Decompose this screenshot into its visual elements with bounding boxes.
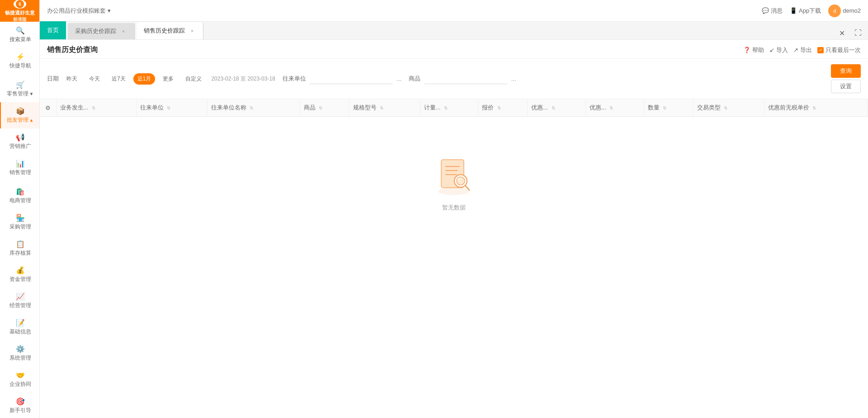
empty-text: 暂无数据 bbox=[442, 204, 466, 212]
date-btn-custom[interactable]: 自定义 bbox=[181, 73, 206, 85]
sidebar-item-label-finance: 资金管理 bbox=[9, 276, 31, 283]
close-window-btn[interactable]: ✕ bbox=[835, 27, 848, 39]
tab-home[interactable]: 首页 bbox=[40, 21, 66, 39]
date-btn-last7[interactable]: 近7天 bbox=[108, 73, 130, 85]
account-dropdown[interactable]: 办公用品行业模拟账套 ▾ bbox=[47, 7, 111, 15]
app-download-btn[interactable]: 📱 App下载 bbox=[790, 7, 821, 15]
th-qty[interactable]: 数量 ⇅ bbox=[644, 99, 693, 117]
system-icon: ⚙️ bbox=[16, 345, 25, 353]
date-label: 日期 bbox=[47, 75, 59, 83]
sales-icon: 📊 bbox=[16, 159, 25, 168]
user-profile[interactable]: d demo2 bbox=[828, 5, 861, 17]
sidebar-item-label-system: 系统管理 bbox=[9, 354, 31, 362]
message-icon: 💬 bbox=[762, 7, 769, 14]
sidebar-item-marketing[interactable]: 📢 营销推广 bbox=[0, 128, 39, 155]
sidebar-item-quick-nav[interactable]: ⚡ 快捷导航 bbox=[0, 48, 39, 74]
th-quoted-price-label: 报价 bbox=[482, 104, 494, 111]
partner-input[interactable] bbox=[310, 73, 393, 84]
wholesale-icon: 📦 bbox=[16, 107, 25, 115]
sidebar-item-label-ecom: 电商管理 bbox=[9, 197, 31, 204]
th-discount1[interactable]: 优惠... ⇅ bbox=[528, 99, 586, 117]
th-gear[interactable]: ⚙ bbox=[40, 99, 56, 117]
sidebar-item-basic[interactable]: 📝 基础信息 bbox=[0, 314, 39, 340]
sidebar-item-wholesale[interactable]: 📦 批发管理 ▲ bbox=[0, 102, 39, 128]
sidebar-item-search[interactable]: 🔍 搜索菜单 bbox=[0, 22, 39, 48]
quick-nav-icon: ⚡ bbox=[16, 52, 25, 61]
close-window-icon: ✕ bbox=[839, 29, 845, 38]
th-biz-date[interactable]: 业务发生... ⇅ bbox=[56, 99, 136, 117]
app-version: 标准版 bbox=[13, 16, 27, 22]
th-trade-type-label: 交易类型 bbox=[697, 104, 721, 111]
th-pre-tax-price[interactable]: 优惠前无税单价 ⇅ bbox=[764, 99, 868, 117]
th-spec-label: 规格型号 bbox=[353, 104, 377, 111]
tab-purchase-history[interactable]: 采购历史价跟踪 × bbox=[68, 23, 135, 39]
only-last-checkbox-wrapper[interactable]: ✓ 只看最后一次 bbox=[817, 46, 861, 54]
th-spec[interactable]: 规格型号 ⇅ bbox=[349, 99, 420, 117]
help-icon: ❓ bbox=[743, 47, 750, 53]
date-range-display: 2023-02-18 至 2023-03-18 bbox=[211, 75, 275, 83]
sidebar-item-label-search: 搜索菜单 bbox=[9, 36, 31, 43]
date-btn-today[interactable]: 今天 bbox=[85, 73, 104, 85]
maximize-icon: ⛶ bbox=[854, 29, 862, 37]
sidebar-item-label-enterprise: 企业协同 bbox=[9, 380, 31, 388]
date-btn-more[interactable]: 更多 bbox=[159, 73, 178, 85]
sidebar-item-finance[interactable]: 💰 资金管理 bbox=[0, 261, 39, 288]
date-btn-last1m[interactable]: 近1月 bbox=[133, 73, 156, 85]
sidebar-item-sales[interactable]: 📊 销售管理 bbox=[0, 155, 39, 181]
gear-icon: ⚙ bbox=[45, 104, 51, 111]
sidebar-item-enterprise[interactable]: 🤝 企业协同 bbox=[0, 366, 39, 393]
retail-icon: 🛒 bbox=[16, 81, 25, 89]
th-product[interactable]: 商品 ⇅ bbox=[300, 99, 349, 117]
basic-icon: 📝 bbox=[16, 318, 25, 327]
product-dots-btn[interactable]: ... bbox=[511, 75, 516, 82]
help-btn[interactable]: ❓ 帮助 bbox=[743, 46, 764, 54]
empty-icon bbox=[431, 153, 476, 198]
sidebar-item-ecom[interactable]: 🛍️ 电商管理 bbox=[0, 183, 39, 209]
sidebar-item-retail[interactable]: 🛒 零售管理 ▼ bbox=[0, 76, 39, 102]
help-label: 帮助 bbox=[752, 46, 764, 54]
tab-bar: 首页 采购历史价跟踪 × 销售历史价跟踪 × ✕ ⛶ bbox=[40, 22, 868, 40]
tab-sales-history[interactable]: 销售历史价跟踪 × bbox=[137, 22, 203, 39]
th-unit[interactable]: 计量... ⇅ bbox=[420, 99, 478, 117]
th-discount2[interactable]: 优惠... ⇅ bbox=[586, 99, 644, 117]
sidebar-item-operations[interactable]: 📈 经营管理 bbox=[0, 288, 39, 314]
product-input[interactable] bbox=[424, 73, 507, 84]
sidebar-item-system[interactable]: ⚙️ 系统管理 bbox=[0, 340, 39, 366]
th-product-label: 商品 bbox=[304, 104, 316, 111]
only-last-checkbox[interactable]: ✓ bbox=[817, 47, 824, 53]
date-filter-group: 日期 昨天 今天 近7天 近1月 更多 自定义 2023-02-18 至 202… bbox=[47, 73, 275, 85]
th-partner-code[interactable]: 往来单位 ⇅ bbox=[136, 99, 207, 117]
sort-icon-pre-tax: ⇅ bbox=[812, 105, 816, 110]
maximize-btn[interactable]: ⛶ bbox=[852, 27, 864, 39]
query-btn[interactable]: 查询 bbox=[831, 64, 861, 78]
sidebar-item-guide[interactable]: 🎯 新手引导 bbox=[0, 393, 39, 418]
th-partner-name[interactable]: 往来单位名称 ⇅ bbox=[207, 99, 300, 117]
sidebar-item-purchase[interactable]: 🏪 采购管理 bbox=[0, 209, 39, 235]
tab-purchase-label: 采购历史价跟踪 bbox=[75, 27, 116, 35]
operations-icon: 📈 bbox=[16, 292, 25, 301]
message-btn[interactable]: 💬 消息 bbox=[762, 7, 783, 15]
export-label: 导出 bbox=[800, 46, 812, 54]
sidebar-item-inventory[interactable]: 📋 库存核算 bbox=[0, 235, 39, 261]
page-title: 销售历史价查询 bbox=[47, 45, 98, 55]
th-quoted-price[interactable]: 报价 ⇅ bbox=[478, 99, 528, 117]
wholesale-label-group: 批发管理 ▲ bbox=[7, 116, 34, 124]
partner-filter-group: 往来单位 ... bbox=[283, 73, 402, 84]
sidebar-item-label-operations: 经营管理 bbox=[9, 302, 31, 309]
export-btn[interactable]: ↗ 导出 bbox=[793, 46, 812, 54]
partner-dots-btn[interactable]: ... bbox=[396, 75, 402, 82]
tab-purchase-close[interactable]: × bbox=[120, 28, 127, 35]
th-trade-type[interactable]: 交易类型 ⇅ bbox=[693, 99, 764, 117]
date-btn-yesterday[interactable]: 昨天 bbox=[62, 73, 81, 85]
purchase-icon: 🏪 bbox=[16, 214, 25, 222]
tab-sales-close[interactable]: × bbox=[189, 27, 196, 34]
settings-btn[interactable]: 设置 bbox=[831, 80, 861, 93]
th-discount2-label: 优惠... bbox=[590, 104, 606, 111]
partner-label: 往来单位 bbox=[283, 75, 306, 83]
ecom-icon: 🛍️ bbox=[16, 187, 25, 196]
import-btn[interactable]: ↙ 导入 bbox=[769, 46, 788, 54]
export-icon: ↗ bbox=[793, 47, 798, 53]
th-partner-name-label: 往来单位名称 bbox=[211, 104, 246, 111]
filter-actions: 查询 设置 bbox=[831, 64, 861, 93]
account-name: 办公用品行业模拟账套 bbox=[47, 7, 106, 15]
